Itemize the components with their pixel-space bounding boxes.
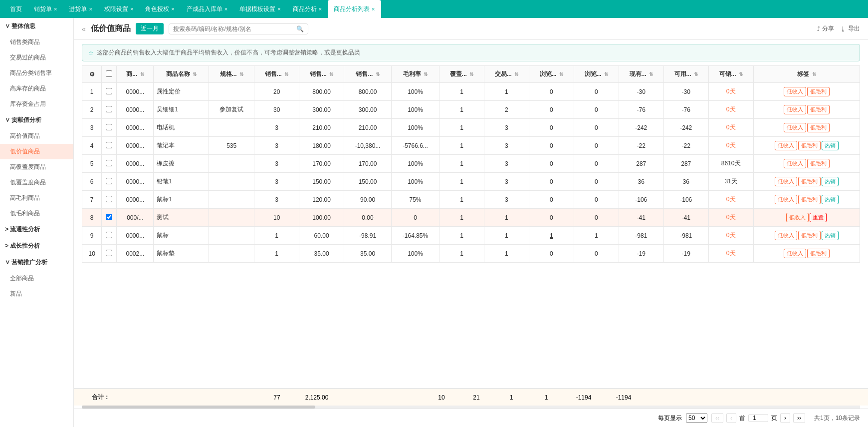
prev-page-button[interactable]: ‹	[726, 413, 736, 423]
sidebar-item-high-value[interactable]: 高价值商品	[0, 128, 73, 144]
sidebar-group-growth[interactable]: > 成长性分析	[0, 238, 73, 254]
last-page-button[interactable]: ››	[793, 413, 805, 423]
row-current: -76	[619, 101, 663, 119]
row-checkbox[interactable]	[106, 142, 112, 148]
page-label: 首	[739, 414, 745, 423]
nav-permission[interactable]: 权限设置 ×	[98, 0, 139, 18]
nav-close-analysis[interactable]: ×	[319, 6, 322, 12]
th-browse2[interactable]: 浏览... ⇅	[574, 66, 619, 83]
sidebar-item-category-rate[interactable]: 商品分类销售率	[0, 65, 73, 81]
row-checkbox[interactable]	[106, 214, 112, 220]
browse-link[interactable]: 1	[550, 232, 553, 239]
row-spec	[209, 209, 254, 227]
row-sale-qty: 3	[254, 173, 299, 191]
th-saleable[interactable]: 可销... ⇅	[708, 66, 753, 83]
th-gross-rate[interactable]: 毛利率 ⇅	[392, 66, 439, 83]
th-spec[interactable]: 规格... ⇅	[209, 66, 254, 83]
nav-product-inbound[interactable]: 产成品入库单 ×	[181, 0, 233, 18]
sidebar-item-high-profit[interactable]: 高毛利商品	[0, 190, 73, 206]
sidebar-group-marketing[interactable]: ∨ 营销推广分析	[0, 254, 73, 271]
nav-product-analysis[interactable]: 商品分析 ×	[287, 0, 328, 18]
nav-close-role-auth[interactable]: ×	[171, 6, 174, 12]
nav-role-auth[interactable]: 角色授权 ×	[139, 0, 180, 18]
date-filter-button[interactable]: 近一月	[136, 23, 164, 34]
sidebar-item-high-inventory[interactable]: 高库存的商品	[0, 81, 73, 96]
nav-close-purchase-order[interactable]: ×	[89, 6, 92, 12]
page-size-select[interactable]: 50 100 200	[686, 414, 707, 423]
sidebar-item-low-profit[interactable]: 低毛利商品	[0, 206, 73, 221]
sidebar-item-inventory-capital[interactable]: 库存资金占用	[0, 96, 73, 112]
row-gross-rate: 100%	[392, 245, 439, 263]
select-all-checkbox[interactable]	[106, 70, 112, 77]
row-checkbox-cell[interactable]	[102, 83, 117, 101]
page-unit-label: 页	[771, 414, 777, 423]
sidebar-item-traded[interactable]: 交易过的商品	[0, 50, 73, 65]
th-coverage[interactable]: 覆盖... ⇅	[439, 66, 484, 83]
nav-close-template[interactable]: ×	[277, 6, 280, 12]
row-checkbox-cell[interactable]	[102, 227, 117, 245]
th-sale-amt[interactable]: 销售... ⇅	[299, 66, 344, 83]
th-code[interactable]: 商... ⇅	[117, 66, 154, 83]
nav-analysis-list[interactable]: 商品分析列表 ×	[328, 0, 381, 18]
sidebar-item-low-value[interactable]: 低价值商品	[0, 144, 73, 159]
row-checkbox-cell[interactable]	[102, 119, 117, 137]
nav-close-product-inbound[interactable]: ×	[224, 6, 227, 12]
row-checkbox[interactable]	[106, 88, 112, 94]
th-sale-profit[interactable]: 销售... ⇅	[344, 66, 392, 83]
next-page-button[interactable]: ›	[780, 413, 790, 423]
sidebar-item-low-coverage[interactable]: 低覆盖度商品	[0, 175, 73, 190]
nav-purchase-order[interactable]: 进货单 ×	[63, 0, 98, 18]
th-available[interactable]: 可用... ⇅	[663, 66, 708, 83]
sidebar-item-new-products[interactable]: 新品	[0, 286, 73, 302]
header-actions: ⤴ 分享 ⭳ 导出	[817, 24, 860, 33]
th-settings[interactable]: ⚙	[82, 66, 102, 83]
row-checkbox-cell[interactable]	[102, 245, 117, 263]
total-records-info: 共1页，10条记录	[814, 414, 860, 423]
search-input[interactable]	[173, 25, 294, 32]
row-available: -242	[663, 119, 708, 137]
first-page-button[interactable]: ‹‹	[711, 413, 723, 423]
row-checkbox-cell[interactable]	[102, 137, 117, 155]
row-checkbox[interactable]	[106, 106, 112, 112]
row-checkbox-cell[interactable]	[102, 155, 117, 173]
export-button[interactable]: ⭳ 导出	[840, 24, 860, 33]
sidebar-group-overall[interactable]: ∨ 整体信息	[0, 18, 73, 34]
row-checkbox-cell[interactable]	[102, 191, 117, 209]
th-sale-qty[interactable]: 销售... ⇅	[254, 66, 299, 83]
row-checkbox[interactable]	[106, 178, 112, 184]
row-checkbox[interactable]	[106, 250, 112, 256]
sidebar-group-contribution[interactable]: ∨ 贡献值分析	[0, 112, 73, 128]
content-area: « 低价值商品 近一月 🔍 ⤴ 分享 ⭳ 导出 ☆ 这部分商品的销售收入大幅	[74, 18, 868, 427]
row-saleable-days: 0天	[708, 101, 753, 119]
sidebar-item-sales-category[interactable]: 销售类商品	[0, 34, 73, 50]
row-checkbox-cell[interactable]	[102, 101, 117, 119]
row-checkbox[interactable]	[106, 196, 112, 202]
share-button[interactable]: ⤴ 分享	[817, 24, 834, 33]
row-checkbox-cell[interactable]	[102, 173, 117, 191]
row-checkbox[interactable]	[106, 124, 112, 130]
th-checkbox[interactable]	[102, 66, 117, 83]
nav-close-analysis-list[interactable]: ×	[372, 6, 375, 12]
row-checkbox-cell[interactable]	[102, 209, 117, 227]
th-browse1[interactable]: 浏览... ⇅	[529, 66, 574, 83]
page-number-input[interactable]	[748, 414, 768, 422]
sidebar-collapse-button[interactable]: «	[82, 25, 86, 33]
row-checkbox[interactable]	[106, 160, 112, 166]
tag: 低毛利	[807, 105, 830, 114]
row-browse1: 0	[529, 101, 574, 119]
nav-home[interactable]: 首页	[4, 0, 28, 18]
row-checkbox[interactable]	[106, 232, 112, 238]
sidebar-item-all-products[interactable]: 全部商品	[0, 271, 73, 286]
nav-sales-order[interactable]: 销货单 ×	[28, 0, 63, 18]
th-current[interactable]: 现有... ⇅	[619, 66, 663, 83]
th-trade[interactable]: 交易... ⇅	[484, 66, 529, 83]
row-no: 7	[82, 191, 102, 209]
th-name[interactable]: 商品名称 ⇅	[154, 66, 209, 83]
th-tags[interactable]: 标签 ⇅	[753, 66, 860, 83]
nav-close-permission[interactable]: ×	[130, 6, 133, 12]
row-trade: 3	[484, 137, 529, 155]
sidebar-item-high-coverage[interactable]: 高覆盖度商品	[0, 159, 73, 175]
nav-close-sales-order[interactable]: ×	[54, 6, 57, 12]
nav-template-settings[interactable]: 单据模板设置 ×	[233, 0, 286, 18]
sidebar-group-liquidity[interactable]: > 流通性分析	[0, 221, 73, 238]
